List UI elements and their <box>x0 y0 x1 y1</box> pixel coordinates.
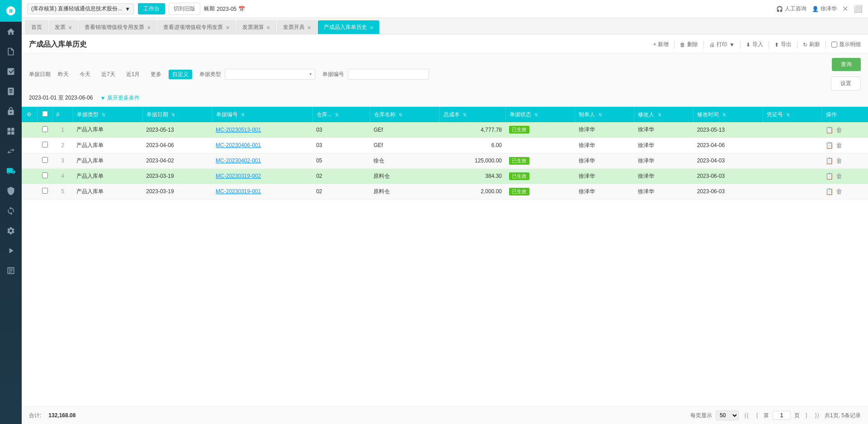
row-select-checkbox[interactable] <box>42 126 48 132</box>
tab-invoice-calc[interactable]: 发票测算 × <box>236 20 276 34</box>
row-doc-no[interactable]: MC-20230319-002 <box>212 168 312 184</box>
th-doc-date[interactable]: 单据日期 ⇅ <box>142 107 212 122</box>
sidebar-item-invoice[interactable] <box>0 42 22 62</box>
row-delete-icon[interactable]: 🗑 <box>836 142 842 149</box>
row-doc-no[interactable]: MC-20230513-001 <box>212 122 312 138</box>
th-modifier[interactable]: 修改人 ⇅ <box>634 107 693 122</box>
doc-no-input[interactable] <box>348 69 429 80</box>
date-yesterday-btn[interactable]: 昨天 <box>54 70 72 79</box>
th-doc-no[interactable]: 单据编号 ⇅ <box>212 107 312 122</box>
th-warehouse-code[interactable]: 仓库... ⇅ <box>312 107 370 122</box>
th-doc-type[interactable]: 单据类型 ⇅ <box>73 107 142 122</box>
import-button[interactable]: ⬇ 导入 <box>746 41 763 48</box>
tab-sales-vat[interactable]: 查看销项增值税专用发票 × <box>79 20 156 34</box>
sidebar-item-version[interactable] <box>0 261 22 281</box>
row-settings[interactable] <box>22 138 37 153</box>
export-button[interactable]: ⬆ 导出 <box>774 41 792 48</box>
row-settings[interactable] <box>22 153 37 168</box>
row-doc-no[interactable]: MC-20230319-001 <box>212 184 312 199</box>
row-delete-icon[interactable]: 🗑 <box>836 126 842 133</box>
date-1month-btn[interactable]: 近1月 <box>123 70 144 79</box>
select-all-checkbox[interactable] <box>42 111 48 117</box>
new-button[interactable]: + 新增 <box>653 41 669 48</box>
th-voucher-no[interactable]: 凭证号 ⇅ <box>763 107 822 122</box>
show-detail-checkbox[interactable]: 显示明细 <box>831 41 861 48</box>
tab-product-history-close[interactable]: × <box>370 24 373 31</box>
row-select-checkbox[interactable] <box>42 172 48 178</box>
sidebar-item-chart[interactable] <box>0 62 22 81</box>
th-settings[interactable]: ⚙ <box>22 107 37 122</box>
th-creator[interactable]: 制单人 ⇅ <box>575 107 634 122</box>
refresh-button[interactable]: ↻ 刷新 <box>803 41 820 48</box>
row-select-checkbox[interactable] <box>42 142 48 148</box>
row-edit-icon[interactable]: 📋 <box>826 126 833 133</box>
app-selector[interactable]: (库存核算) 直播轻绒通信息技术股份... ▼ <box>27 3 134 14</box>
tab-invoice-calc-close[interactable]: × <box>267 24 270 31</box>
row-edit-icon[interactable]: 📋 <box>826 188 833 195</box>
row-checkbox[interactable] <box>37 168 52 184</box>
page-number-input[interactable] <box>773 411 791 420</box>
th-warehouse-name[interactable]: 仓库名称 ⇅ <box>370 107 439 122</box>
show-detail-input[interactable] <box>831 42 837 48</box>
row-delete-icon[interactable]: 🗑 <box>836 157 842 164</box>
expand-filter-btn[interactable]: ▼ 展开更多条件 <box>100 94 140 102</box>
per-page-select[interactable]: 50 100 <box>716 410 739 420</box>
prev-page-button[interactable]: ⟨ <box>754 411 760 420</box>
row-select-checkbox[interactable] <box>42 157 48 163</box>
window-close-button[interactable]: ✕ <box>842 5 848 13</box>
workspace-button[interactable]: 工作台 <box>138 3 165 14</box>
th-doc-status[interactable]: 单据状态 ⇅ <box>505 107 575 122</box>
row-checkbox[interactable] <box>37 138 52 153</box>
date-today-btn[interactable]: 今天 <box>76 70 94 79</box>
next-page-button[interactable]: ⟩ <box>803 411 809 420</box>
user-menu[interactable]: 👤 徐泽华 <box>812 5 837 13</box>
tab-invoice[interactable]: 发票 × <box>49 20 78 34</box>
th-checkbox[interactable] <box>37 107 52 122</box>
sidebar-item-lock[interactable] <box>0 101 22 121</box>
row-settings[interactable] <box>22 184 37 199</box>
sidebar-item-home[interactable] <box>0 22 22 42</box>
sidebar-item-book[interactable] <box>0 81 22 101</box>
sidebar-item-cycle[interactable] <box>0 201 22 221</box>
row-settings[interactable] <box>22 168 37 184</box>
date-custom-btn[interactable]: 自定义 <box>169 70 192 79</box>
tab-purchase-vat[interactable]: 查看进项增值税专用发票 × <box>157 20 235 34</box>
first-page-button[interactable]: ⟨⟨ <box>742 411 750 420</box>
date-more-btn[interactable]: 更多 <box>147 70 165 79</box>
sidebar-item-grid[interactable] <box>0 121 22 141</box>
switch-old-version-button[interactable]: 切到旧版 <box>169 3 200 15</box>
sidebar-item-play[interactable] <box>0 241 22 261</box>
period-selector[interactable]: 账期 2023-05 📅 <box>204 5 245 13</box>
delete-button[interactable]: 🗑 删除 <box>680 41 698 48</box>
row-select-checkbox[interactable] <box>42 188 48 194</box>
doc-type-select[interactable] <box>225 69 315 80</box>
row-checkbox[interactable] <box>37 184 52 199</box>
tab-product-history[interactable]: 产成品入库单历史 × <box>318 20 379 34</box>
tab-invoice-open-close[interactable]: × <box>307 24 311 31</box>
row-checkbox[interactable] <box>37 122 52 138</box>
query-button[interactable]: 查询 <box>832 58 861 71</box>
th-total-cost[interactable]: 总成本 ⇅ <box>439 107 505 122</box>
row-checkbox[interactable] <box>37 153 52 168</box>
sidebar-item-stamp[interactable] <box>0 181 22 201</box>
row-delete-icon[interactable]: 🗑 <box>836 188 842 195</box>
row-settings[interactable] <box>22 122 37 138</box>
sidebar-item-warehouse[interactable] <box>0 161 22 181</box>
date-7days-btn[interactable]: 近7天 <box>98 70 119 79</box>
print-button[interactable]: 🖨 打印 ▼ <box>709 41 735 48</box>
support-link[interactable]: 🎧 人工咨询 <box>776 5 807 13</box>
tab-sales-vat-close[interactable]: × <box>147 24 151 31</box>
row-doc-no[interactable]: MC-20230402-001 <box>212 153 312 168</box>
sidebar-item-settings[interactable] <box>0 221 22 241</box>
tab-purchase-vat-close[interactable]: × <box>226 24 229 31</box>
row-edit-icon[interactable]: 📋 <box>826 172 833 180</box>
tab-invoice-open[interactable]: 发票开具 × <box>277 20 317 34</box>
row-doc-no[interactable]: MC-20230406-001 <box>212 138 312 153</box>
tab-home[interactable]: 首页 <box>25 20 48 34</box>
sidebar-item-transfer[interactable] <box>0 141 22 161</box>
reset-button[interactable]: 设置 <box>831 76 861 91</box>
th-modify-time[interactable]: 修改时间 ⇅ <box>693 107 763 122</box>
tab-invoice-close[interactable]: × <box>68 24 72 31</box>
row-edit-icon[interactable]: 📋 <box>826 142 833 149</box>
window-maximize-button[interactable]: ⬜ <box>854 5 863 13</box>
